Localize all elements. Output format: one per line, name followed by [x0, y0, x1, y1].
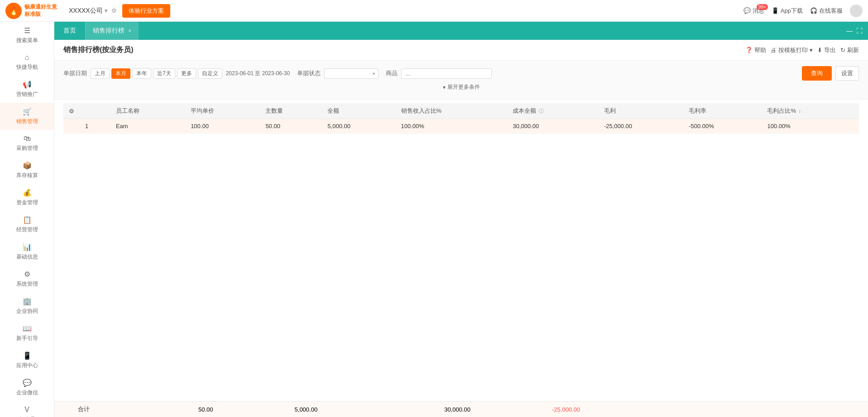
sidebar-item-purchase[interactable]: 🛍 采购管理: [0, 130, 54, 157]
tab-expand-icon[interactable]: ⛶: [856, 27, 863, 34]
message-icon: 💬: [743, 7, 751, 14]
online-service-button[interactable]: 🎧 在线客服: [810, 7, 843, 15]
company-selector[interactable]: XXXXX公司 ▾ ⚙: [69, 7, 117, 15]
status-select[interactable]: [324, 68, 379, 79]
page-actions: ❓ 帮助 🖨 按模板打印 ▾ ⬇ 导出 ↻: [745, 46, 859, 54]
sidebar: ☰ 搜索菜单 ⌂ 快捷导航 📢 营销推广 🛒 销售管理 🛍 采购管理 📦 库: [0, 22, 54, 417]
app-download-icon: 📱: [772, 7, 779, 14]
sidebar-item-label: 基础信息: [16, 253, 38, 261]
refresh-icon: ↻: [840, 47, 845, 53]
message-badge: 99+: [757, 4, 768, 10]
footer-gross-profit: -25,000.00: [552, 406, 580, 413]
th-avg-price: 平均单价: [185, 103, 260, 119]
table-row: 1 Eam 100.00 50.00 5,000.00 100.00% 30,0…: [63, 119, 859, 134]
table-footer: 合计 50.00 5,000.00 30,000.00 -25,000.00: [54, 401, 868, 417]
sidebar-item-label: 采购管理: [16, 144, 38, 152]
sidebar-item-guide[interactable]: 📖 新手引导: [0, 320, 54, 347]
tab-bar: 首页 销售排行榜 × — ⛶: [54, 22, 868, 40]
date-btn-custom[interactable]: 自定义: [198, 68, 222, 79]
help-icon: ❓: [745, 47, 753, 53]
status-select-wrapper: [324, 68, 379, 79]
expand-conditions-button[interactable]: ▾ 展开更多条件: [63, 81, 859, 94]
print-button[interactable]: 🖨 按模板打印 ▾: [771, 46, 813, 54]
marketing-icon: 📢: [23, 80, 32, 89]
sidebar-item-wechat[interactable]: 💬 企业微信: [0, 374, 54, 401]
sidebar-item-app-center[interactable]: 📱 应用中心: [0, 347, 54, 374]
operation-icon: 📋: [23, 216, 32, 224]
sidebar-item-inventory[interactable]: 📦 库存核算: [0, 157, 54, 184]
user-avatar[interactable]: [850, 5, 863, 17]
refresh-button[interactable]: ↻ 刷新: [840, 46, 859, 54]
help-button[interactable]: ❓ 帮助: [745, 46, 766, 54]
purchase-icon: 🛍: [24, 134, 31, 143]
goods-filter: 商品: [386, 68, 492, 79]
sidebar-item-system[interactable]: ⚙ 系统管理: [0, 265, 54, 292]
enterprise-icon: 🏢: [23, 297, 32, 306]
sidebar-item-label: 系统管理: [16, 280, 38, 288]
td-amount: 5,000.00: [322, 119, 395, 134]
sidebar-item-search-order[interactable]: ☰ 搜索菜单: [0, 22, 54, 49]
sidebar-item-enterprise[interactable]: 🏢 企业协同: [0, 292, 54, 320]
th-name: 员工名称: [110, 103, 185, 119]
sidebar-item-basic-info[interactable]: 📊 基础信息: [0, 238, 54, 265]
td-cost: 30,000.00: [507, 119, 598, 134]
footer-total-label: 合计: [78, 405, 90, 413]
export-button[interactable]: ⬇ 导出: [817, 46, 836, 54]
tab-sales-ranking[interactable]: 销售排行榜 ×: [86, 22, 139, 40]
sidebar-item-marketing[interactable]: 📢 营销推广: [0, 76, 54, 103]
company-dropdown-icon[interactable]: ▾: [105, 7, 108, 14]
system-icon: ⚙: [24, 270, 30, 278]
app-center-icon: 📱: [23, 351, 32, 360]
date-btn-last-7-days[interactable]: 近7天: [153, 68, 175, 79]
filter-row-1: 单据日期 上月 本月 本年 近7天 更多 自定义 2023-06-01 至 20…: [63, 66, 859, 81]
sidebar-item-finance[interactable]: 💰 资金管理: [0, 184, 54, 211]
sidebar-item-label: 企业协同: [16, 307, 38, 315]
goods-input[interactable]: [401, 68, 492, 79]
date-btn-current-month[interactable]: 本月: [111, 68, 130, 79]
search-button[interactable]: 查询: [802, 66, 832, 81]
td-gross-profit: -25,000.00: [599, 119, 683, 134]
tab-controls: — ⛶: [846, 22, 868, 40]
sidebar-item-operation[interactable]: 📋 经营管理: [0, 211, 54, 238]
menu-icon: ☰: [24, 26, 30, 35]
th-gross-ratio: 毛利占比% ↕: [762, 103, 859, 119]
message-button[interactable]: 💬 消息 99+: [743, 7, 764, 15]
company-settings-icon[interactable]: ⚙: [111, 7, 117, 14]
inventory-icon: 📦: [23, 161, 32, 170]
avatar-image: [850, 5, 863, 17]
print-dropdown-icon[interactable]: ▾: [810, 47, 813, 53]
date-filter-label: 单据日期: [63, 69, 87, 77]
date-btn-prev-month[interactable]: 上月: [91, 68, 110, 79]
sidebar-item-sales[interactable]: 🛒 销售管理: [0, 103, 54, 130]
tab-minimize-icon[interactable]: —: [846, 27, 853, 34]
td-sales-ratio: 100.00%: [396, 119, 508, 134]
th-settings[interactable]: ⚙: [63, 103, 80, 119]
th-gross-profit: 毛利: [599, 103, 683, 119]
sales-icon: 🛒: [23, 107, 32, 116]
finance-icon: 💰: [23, 188, 32, 197]
date-btn-more[interactable]: 更多: [177, 68, 196, 79]
sidebar-item-label: 搜索菜单: [16, 37, 38, 44]
gross-ratio-info-icon: ↕: [799, 108, 801, 114]
td-gross-margin: -500.00%: [683, 119, 762, 134]
sidebar-item-label: 经营管理: [16, 226, 38, 234]
expand-icon: ▾: [443, 84, 446, 91]
app-download-button[interactable]: 📱 App下载: [772, 7, 803, 15]
page-header: 销售排行榜(按业务员) ❓ 帮助 🖨 按模板打印 ▾ ⬇: [54, 40, 868, 61]
sidebar-item-label: 快捷导航: [16, 63, 38, 71]
try-industry-button[interactable]: 体验行业方案: [122, 4, 170, 18]
logo-area: 🔥 畅康通好生意 标准版: [5, 3, 60, 19]
th-rank: [80, 103, 110, 119]
footer-amount: 5,000.00: [295, 406, 318, 413]
basic-info-icon: 📊: [23, 243, 32, 251]
tab-close-icon[interactable]: ×: [128, 28, 131, 34]
tab-home[interactable]: 首页: [54, 22, 86, 40]
headset-icon: 🎧: [810, 7, 817, 14]
print-icon: 🖨: [771, 47, 777, 53]
sidebar-item-shortcut[interactable]: ⌂ 快捷导航: [0, 49, 54, 76]
sidebar-item-member[interactable]: V 畅会员: [0, 401, 54, 417]
date-btn-this-year[interactable]: 本年: [132, 68, 151, 79]
filter-settings-button[interactable]: 设置: [835, 66, 859, 81]
date-filter: 单据日期 上月 本月 本年 近7天 更多 自定义 2023-06-01 至 20…: [63, 68, 290, 79]
table-header-row: ⚙ 员工名称 平均单价 主数量 全额 销售收入占比% 成本全额 ⓘ 毛利 毛利率: [63, 103, 859, 119]
